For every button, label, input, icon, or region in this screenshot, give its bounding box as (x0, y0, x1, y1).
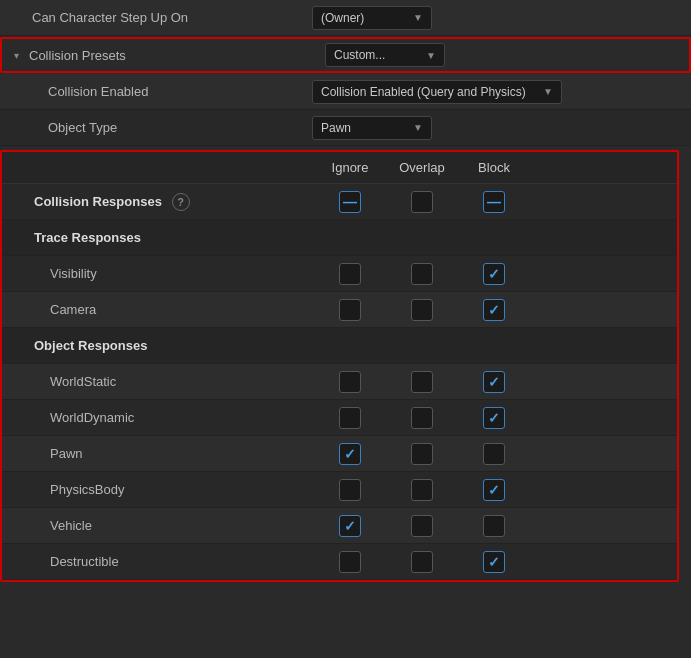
can-character-step-up-dropdown-value: (Owner) (321, 11, 364, 25)
pawn-block-cell (458, 443, 530, 465)
worlddynamic-row: WorldDynamic (2, 400, 677, 436)
physicsbody-overlap-checkbox[interactable] (411, 479, 433, 501)
col-header-overlap: Overlap (386, 160, 458, 175)
collision-responses-ignore-checkbox[interactable] (339, 191, 361, 213)
visibility-label: Visibility (14, 266, 314, 281)
worldstatic-block-checkbox[interactable] (483, 371, 505, 393)
vehicle-ignore-cell (314, 515, 386, 537)
help-icon[interactable]: ? (172, 193, 190, 211)
collision-responses-ignore-cell (314, 191, 386, 213)
physicsbody-checkboxes (314, 479, 665, 501)
collision-presets-dropdown-arrow: ▼ (426, 50, 436, 61)
physicsbody-block-checkbox[interactable] (483, 479, 505, 501)
camera-overlap-checkbox[interactable] (411, 299, 433, 321)
camera-block-cell (458, 299, 530, 321)
collapse-arrow-icon: ▾ (14, 50, 19, 61)
vehicle-overlap-cell (386, 515, 458, 537)
can-character-step-up-row: Can Character Step Up On (Owner) ▼ (0, 0, 691, 36)
worlddynamic-overlap-checkbox[interactable] (411, 407, 433, 429)
visibility-row: Visibility (2, 256, 677, 292)
worlddynamic-block-checkbox[interactable] (483, 407, 505, 429)
camera-ignore-cell (314, 299, 386, 321)
object-type-dropdown-value: Pawn (321, 121, 351, 135)
collision-responses-block-cell (458, 191, 530, 213)
visibility-ignore-cell (314, 263, 386, 285)
physicsbody-block-cell (458, 479, 530, 501)
collision-responses-checkboxes (314, 191, 665, 213)
collision-presets-dropdown-value: Custom... (334, 48, 385, 62)
visibility-checkboxes (314, 263, 665, 285)
pawn-checkboxes (314, 443, 665, 465)
collision-presets-value: Custom... ▼ (325, 43, 677, 67)
worldstatic-checkboxes (314, 371, 665, 393)
pawn-block-checkbox[interactable] (483, 443, 505, 465)
collision-responses-block-checkbox[interactable] (483, 191, 505, 213)
pawn-label: Pawn (14, 446, 314, 461)
collision-enabled-dropdown-value: Collision Enabled (Query and Physics) (321, 85, 526, 99)
worldstatic-ignore-checkbox[interactable] (339, 371, 361, 393)
camera-ignore-checkbox[interactable] (339, 299, 361, 321)
object-responses-label: Object Responses (14, 338, 314, 353)
visibility-overlap-checkbox[interactable] (411, 263, 433, 285)
worldstatic-label: WorldStatic (14, 374, 314, 389)
visibility-block-cell (458, 263, 530, 285)
vehicle-block-cell (458, 515, 530, 537)
vehicle-block-checkbox[interactable] (483, 515, 505, 537)
destructible-block-cell (458, 551, 530, 573)
collision-presets-dropdown[interactable]: Custom... ▼ (325, 43, 445, 67)
worldstatic-block-cell (458, 371, 530, 393)
collision-responses-overlap-checkbox[interactable] (411, 191, 433, 213)
pawn-overlap-checkbox[interactable] (411, 443, 433, 465)
object-type-label: Object Type (12, 120, 312, 135)
destructible-label: Destructible (14, 554, 314, 569)
camera-row: Camera (2, 292, 677, 328)
worldstatic-overlap-checkbox[interactable] (411, 371, 433, 393)
panel: Can Character Step Up On (Owner) ▼ ▾ Col… (0, 0, 691, 582)
col-header-block: Block (458, 160, 530, 175)
destructible-overlap-checkbox[interactable] (411, 551, 433, 573)
physicsbody-ignore-checkbox[interactable] (339, 479, 361, 501)
col-headers: Ignore Overlap Block (314, 160, 665, 175)
worlddynamic-ignore-checkbox[interactable] (339, 407, 361, 429)
vehicle-overlap-checkbox[interactable] (411, 515, 433, 537)
object-type-row: Object Type Pawn ▼ (0, 110, 691, 146)
collision-presets-label: Collision Presets (25, 48, 325, 63)
worlddynamic-ignore-cell (314, 407, 386, 429)
trace-responses-label: Trace Responses (14, 230, 314, 245)
worlddynamic-block-cell (458, 407, 530, 429)
camera-block-checkbox[interactable] (483, 299, 505, 321)
worldstatic-overlap-cell (386, 371, 458, 393)
can-character-step-up-dropdown-arrow: ▼ (413, 12, 423, 23)
pawn-row: Pawn (2, 436, 677, 472)
physicsbody-row: PhysicsBody (2, 472, 677, 508)
can-character-step-up-dropdown[interactable]: (Owner) ▼ (312, 6, 432, 30)
collision-enabled-row: Collision Enabled Collision Enabled (Que… (0, 74, 691, 110)
vehicle-label: Vehicle (14, 518, 314, 533)
collision-enabled-dropdown-arrow: ▼ (543, 86, 553, 97)
visibility-ignore-checkbox[interactable] (339, 263, 361, 285)
physicsbody-ignore-cell (314, 479, 386, 501)
worlddynamic-checkboxes (314, 407, 665, 429)
collision-enabled-dropdown[interactable]: Collision Enabled (Query and Physics) ▼ (312, 80, 562, 104)
vehicle-row: Vehicle (2, 508, 677, 544)
physicsbody-overlap-cell (386, 479, 458, 501)
trace-responses-section-row: Trace Responses (2, 220, 677, 256)
worlddynamic-label: WorldDynamic (14, 410, 314, 425)
destructible-row: Destructible (2, 544, 677, 580)
object-type-dropdown[interactable]: Pawn ▼ (312, 116, 432, 140)
col-headers-row: Ignore Overlap Block (2, 152, 677, 184)
physicsbody-label: PhysicsBody (14, 482, 314, 497)
pawn-overlap-cell (386, 443, 458, 465)
visibility-block-checkbox[interactable] (483, 263, 505, 285)
vehicle-ignore-checkbox[interactable] (339, 515, 361, 537)
collision-presets-row: ▾ Collision Presets Custom... ▼ (0, 37, 691, 73)
collision-enabled-label: Collision Enabled (12, 84, 312, 99)
collision-responses-table: Ignore Overlap Block Collision Responses… (0, 150, 679, 582)
destructible-ignore-cell (314, 551, 386, 573)
vehicle-checkboxes (314, 515, 665, 537)
worldstatic-ignore-cell (314, 371, 386, 393)
destructible-ignore-checkbox[interactable] (339, 551, 361, 573)
object-type-value: Pawn ▼ (312, 116, 679, 140)
destructible-block-checkbox[interactable] (483, 551, 505, 573)
pawn-ignore-checkbox[interactable] (339, 443, 361, 465)
